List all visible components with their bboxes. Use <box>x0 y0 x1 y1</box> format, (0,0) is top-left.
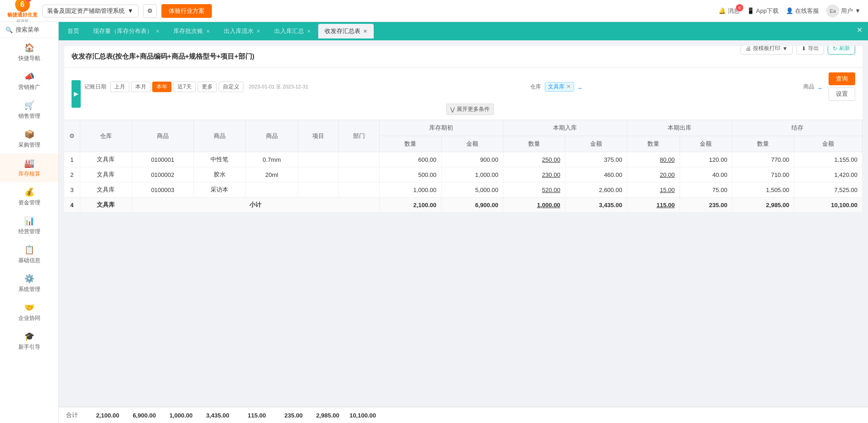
table-settings-col[interactable]: ⚙ <box>64 120 80 152</box>
chevron-down-icon: ▼ <box>127 7 133 14</box>
arrow-right-icon: ▶ <box>74 90 78 97</box>
system-select[interactable]: 装备及固定资产辅助管理系统 ▼ <box>42 5 138 17</box>
set-button[interactable]: 设置 <box>829 87 855 101</box>
warehouse-tag-close[interactable]: ✕ <box>566 83 571 90</box>
export-icon: ⬇ <box>802 46 806 52</box>
close-all-tabs-button[interactable]: ✕ <box>857 26 862 34</box>
sidebar-item-basic-info[interactable]: 📋 基础信息 <box>0 240 58 269</box>
date-filter-label: 记账日期 <box>84 83 106 91</box>
filter-bar: ▶ 记账日期 上月 本月 本年 近7天 更多 <box>64 68 862 120</box>
cell-in-qty[interactable]: 520.00 <box>503 182 565 198</box>
footer-total-label: 合计 <box>66 411 78 419</box>
tab-inout-summary[interactable]: 出入库汇总 ✕ <box>268 24 317 38</box>
content-area: 首页 现存量（库存分布表） ✕ 库存批次账 ✕ 出入库流水 ✕ 出入库汇总 ✕ <box>59 22 868 423</box>
expand-conditions-button[interactable]: ⋁ 展开更多条件 <box>446 104 494 115</box>
sidebar-search[interactable]: 🔍 搜索菜单 <box>0 22 58 38</box>
date-btn-more[interactable]: 更多 <box>198 82 217 92</box>
page-header: 收发存汇总表(按仓库+商品编码+商品+规格型号+项目+部门) 🖨 按模板打印 ▼… <box>64 46 862 68</box>
notification-item[interactable]: 🔔 消息 6 <box>719 7 740 15</box>
sidebar-item-purchase[interactable]: 📦 采购管理 <box>0 125 58 154</box>
subtotal-in-amt: 3,435.00 <box>565 198 627 213</box>
tab-close-inout-summary[interactable]: ✕ <box>307 28 311 34</box>
business-icon: 📊 <box>24 216 34 226</box>
sidebar-item-inventory[interactable]: 🏭 库存核算 <box>0 154 58 182</box>
tab-bar: 首页 现存量（库存分布表） ✕ 库存批次账 ✕ 出入库流水 ✕ 出入库汇总 ✕ <box>59 22 868 40</box>
refresh-button[interactable]: ↻ 刷新 <box>828 46 855 55</box>
warehouse-more-button[interactable]: ... <box>578 82 581 91</box>
cell-out-qty[interactable]: 15.00 <box>627 182 680 198</box>
footer-numbers: 2,100.00 6,900.00 1,000.00 3,435.00 115.… <box>87 412 381 419</box>
tab-batch-account[interactable]: 库存批次账 ✕ <box>167 24 216 38</box>
cell-in-amt: 460.00 <box>565 167 627 182</box>
app-download-item[interactable]: 📱 App下载 <box>747 7 779 15</box>
export-button[interactable]: ⬇ 导出 <box>796 46 824 55</box>
th-project: 项目 <box>298 120 339 152</box>
cell-in-qty[interactable]: 230.00 <box>503 167 565 182</box>
subtotal-out-qty[interactable]: 115.00 <box>627 198 680 213</box>
sidebar-item-business[interactable]: 📊 经营管理 <box>0 211 58 240</box>
print-chevron-icon: ▼ <box>782 46 788 52</box>
subtotal-in-qty[interactable]: 1,000.00 <box>503 198 565 213</box>
date-btn-custom[interactable]: 自定义 <box>219 82 243 92</box>
print-button[interactable]: 🖨 按模板打印 ▼ <box>741 46 793 55</box>
tab-inout-flow[interactable]: 出入库流水 ✕ <box>217 24 267 38</box>
cell-out-qty[interactable]: 80.00 <box>627 152 680 167</box>
sidebar-item-quick-nav[interactable]: 🏠 快捷导航 <box>0 38 58 67</box>
th-name: 商品 <box>194 120 245 152</box>
data-table: ⚙ 仓库 商品 商品 商品 项目 部门 库存期初 本期入库 本期出库 <box>64 120 862 213</box>
th-spec: 商品 <box>245 120 298 152</box>
main-body: 🔍 搜索菜单 🏠 快捷导航 📣 营销推广 🛒 销售管理 📦 采购管理 🏭 <box>0 22 868 423</box>
th-opening-stock: 库存期初 <box>379 120 503 136</box>
sidebar-item-system[interactable]: ⚙️ 系统管理 <box>0 269 58 298</box>
cell-seq: 3 <box>64 182 80 198</box>
tab-close-stock-distribution[interactable]: ✕ <box>155 28 160 34</box>
sidebar-item-enterprise[interactable]: 🤝 企业协同 <box>0 298 58 327</box>
subtotal-open-qty: 2,100.00 <box>379 198 441 213</box>
date-btn-this-year[interactable]: 本年 <box>152 82 171 92</box>
cell-seq: 1 <box>64 152 80 167</box>
th-in-qty: 数量 <box>503 136 565 152</box>
cell-out-amt: 120.00 <box>680 152 732 167</box>
cell-warehouse: 文具库 <box>80 152 132 167</box>
date-btn-last-7-days[interactable]: 近7天 <box>173 82 196 92</box>
cell-bal-qty: 710.00 <box>732 167 794 182</box>
date-btn-last-month[interactable]: 上月 <box>110 82 129 92</box>
footer-open-amt: 6,900.00 <box>124 412 160 419</box>
footer-in-qty: 1,000.00 <box>160 412 197 419</box>
sidebar-item-marketing[interactable]: 📣 营销推广 <box>0 67 58 96</box>
top-bar-left: 6 6 畅捷通好生意 标准版 装备及固定资产辅助管理系统 ▼ ⚙ 体验行业方案 <box>7 0 212 24</box>
try-industry-button[interactable]: 体验行业方案 <box>161 4 212 18</box>
goods-more-button[interactable]: ... <box>818 82 821 91</box>
th-period-out: 本期出库 <box>627 120 732 136</box>
cell-code: 0100001 <box>132 152 194 167</box>
gear-button[interactable]: ⚙ <box>143 4 157 18</box>
date-btn-this-month[interactable]: 本月 <box>131 82 150 92</box>
tab-close-batch-account[interactable]: ✕ <box>206 28 210 34</box>
cell-dept <box>339 167 380 182</box>
subtotal-label: 小计 <box>132 198 379 213</box>
warehouse-filter-label: 仓库 <box>530 83 541 91</box>
sidebar-item-finance[interactable]: 💰 资金管理 <box>0 182 58 211</box>
cell-out-amt: 75.00 <box>680 182 732 198</box>
online-service-item[interactable]: 👤 在线客服 <box>786 7 819 15</box>
filter-collapse-button[interactable]: ▶ <box>72 80 81 108</box>
tab-stock-distribution[interactable]: 现存量（库存分布表） ✕ <box>87 24 166 38</box>
expand-icon: ⋁ <box>450 106 455 113</box>
table-row: 2 文具库 0100002 胶水 20ml 500.00 1,000.00 23… <box>64 167 862 182</box>
tab-close-recv-send-summary[interactable]: ✕ <box>363 28 367 34</box>
gear-icon: ⚙ <box>147 7 153 14</box>
tab-recv-send-summary[interactable]: 收发存汇总表 ✕ <box>318 24 374 38</box>
query-button[interactable]: 查询 <box>829 72 855 85</box>
cell-in-qty[interactable]: 250.00 <box>503 152 565 167</box>
sidebar-item-sales[interactable]: 🛒 销售管理 <box>0 96 58 125</box>
inventory-icon: 🏭 <box>24 158 34 168</box>
sidebar-item-guide[interactable]: 🎓 新手引导 <box>0 327 58 356</box>
tab-close-inout-flow[interactable]: ✕ <box>256 28 260 34</box>
cell-dept <box>339 182 380 198</box>
footer-out-qty: 115.00 <box>234 412 271 419</box>
page-title: 收发存汇总表(按仓库+商品编码+商品+规格型号+项目+部门) <box>72 52 254 60</box>
user-item[interactable]: Ea 用户 ▼ <box>826 5 861 17</box>
print-icon: 🖨 <box>746 46 751 52</box>
cell-out-qty[interactable]: 20.00 <box>627 167 680 182</box>
tab-home[interactable]: 首页 <box>61 24 86 38</box>
